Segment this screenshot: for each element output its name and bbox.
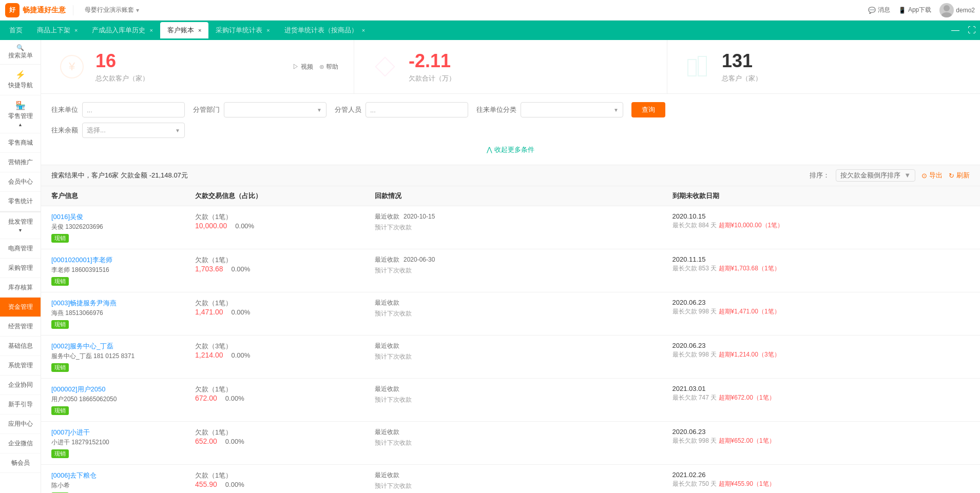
debt-amount-6: 652.00 <box>195 437 217 445</box>
sort-label: 排序： <box>810 171 830 180</box>
sidebar-item-purchase-mgmt[interactable]: 采购管理 <box>0 259 41 278</box>
debt-ratio-1: 0.00% <box>235 222 254 230</box>
table-header: 客户信息 欠款交易信息（占比） 回款情况 到期未收款日期 <box>41 186 980 206</box>
export-label: 导出 <box>929 171 943 180</box>
overdue-link-6[interactable]: 超期¥652.00（1笔） <box>719 437 775 444</box>
svg-rect-6 <box>698 56 706 76</box>
sidebar-item-member-plus[interactable]: 畅会员 <box>0 453 41 473</box>
sidebar-search[interactable]: 🔍 搜索菜单 <box>0 40 41 65</box>
overdue-link-3[interactable]: 超期¥1,471.00（1笔） <box>719 308 780 315</box>
customer-tag-5: 现销 <box>51 406 69 415</box>
sidebar-item-basic-info[interactable]: 基础信息 <box>0 337 41 356</box>
filter-manager: 分管人员 ... <box>335 102 468 117</box>
refresh-button[interactable]: ↻ 刷新 <box>949 171 970 180</box>
video-btn[interactable]: ▷ 视频 <box>293 63 313 71</box>
last-payment-1: 最近收款2020-10-15 <box>375 212 672 221</box>
tab-product-history[interactable]: 产成品入库单历史 × <box>85 22 160 38</box>
customer-name-4[interactable]: [0002]服务中心_丁磊 <box>51 342 195 351</box>
overdue-days-7: 最长欠款 750 天 超期¥455.90（1笔） <box>672 480 970 488</box>
sidebar-item-enterprise-wechat[interactable]: 企业微信 <box>0 434 41 453</box>
company-name: 母婴行业演示账套 <box>85 6 134 14</box>
sidebar-item-ecom-mgmt[interactable]: 电商管理 <box>0 239 41 259</box>
table-row: [000002]用户2050 用户2050 18665062050 现销 欠款（… <box>41 379 980 422</box>
tab-product-off-close[interactable]: × <box>74 27 78 33</box>
sidebar-item-new-guide[interactable]: 新手引导 <box>0 395 41 415</box>
customer-name-3[interactable]: [0003]畅捷服务尹海燕 <box>51 299 195 308</box>
debt-ratio-6: 0.00% <box>225 438 244 445</box>
tab-purchase-stat-close[interactable]: × <box>362 27 365 33</box>
customer-name-5[interactable]: [000002]用户2050 <box>51 385 195 394</box>
export-button[interactable]: ⊙ 导出 <box>921 171 943 180</box>
company-selector[interactable]: 母婴行业演示账套 ▾ <box>81 4 143 16</box>
tab-customer-account-label: 客户账本 <box>167 26 194 35</box>
table-row: [0002]服务中心_丁磊 服务中心_丁磊 181 0125 8371 现销 欠… <box>41 336 980 379</box>
main-layout: 🔍 搜索菜单 ⚡ 快捷导航 🏪 零售管理 ▲ 零售商城 营销推广 会员中心 零售… <box>0 40 980 493</box>
manager-input[interactable]: ... <box>366 102 468 117</box>
customer-info-2: [0001020001]李老师 李老师 18600391516 现销 <box>51 255 195 286</box>
customer-tag-1: 现销 <box>51 234 69 243</box>
balance-select[interactable]: 选择... ▼ <box>82 123 185 138</box>
overdue-link-2[interactable]: 超期¥1,703.68（1笔） <box>719 265 780 272</box>
tab-customer-account-close[interactable]: × <box>198 27 201 33</box>
sidebar-item-finance-mgmt[interactable]: 资金管理 <box>0 298 41 317</box>
tab-purchase-stat[interactable]: 进货单统计表（按商品） × <box>277 22 372 38</box>
message-btn[interactable]: 💬 消息 <box>868 6 890 14</box>
refresh-icon: ↻ <box>949 172 954 180</box>
customer-name-6[interactable]: [0007]小进干 <box>51 428 195 437</box>
debt-count-6: 欠款（1笔） <box>195 428 375 437</box>
debt-row-3: 1,471.00 0.00% <box>195 308 375 316</box>
sort-select[interactable]: 按欠款金额倒序排序 ▼ <box>836 169 916 182</box>
svg-point-1 <box>941 12 952 17</box>
sidebar-item-marketing[interactable]: 营销推广 <box>0 153 41 172</box>
debt-row-4: 1,214.00 0.00% <box>195 351 375 359</box>
sidebar-item-retail-shop[interactable]: 零售商城 <box>0 133 41 153</box>
stat-label-debt-amount: 欠款合计（万） <box>409 74 455 83</box>
tab-purchase-order-close[interactable]: × <box>266 27 270 33</box>
sidebar-item-enterprise-collab[interactable]: 企业协同 <box>0 376 41 395</box>
table-row: [0006]去下粮仓 陈小希 现销 欠款（1笔） 455.90 0.00% 最近… <box>41 465 980 493</box>
debt-row-1: 10,000.00 0.00% <box>195 222 375 230</box>
due-date-info-4: 2020.06.23 最长欠款 998 天 超期¥1,214.00（3笔） <box>672 342 970 359</box>
sidebar-item-member-center[interactable]: 会员中心 <box>0 172 41 192</box>
overdue-link-7[interactable]: 超期¥455.90（1笔） <box>719 480 775 487</box>
sidebar-item-app-center[interactable]: 应用中心 <box>0 415 41 434</box>
sidebar-item-retail-stat[interactable]: 零售统计 <box>0 192 41 211</box>
overdue-link-1[interactable]: 超期¥10,000.00（1笔） <box>719 222 784 229</box>
due-date-info-5: 2021.03.01 最长欠款 747 天 超期¥672.00（1笔） <box>672 385 970 402</box>
collapse-button[interactable]: ⋀ 收起更多条件 <box>51 143 970 156</box>
due-date-info-6: 2020.06.23 最长欠款 998 天 超期¥652.00（1笔） <box>672 428 970 445</box>
sidebar-item-quick-nav[interactable]: ⚡ 快捷导航 <box>0 65 41 95</box>
customer-name-2[interactable]: [0001020001]李老师 <box>51 255 195 265</box>
table-area: 客户信息 欠款交易信息（占比） 回款情况 到期未收款日期 [0016]吴俊 吴俊… <box>41 186 980 493</box>
sidebar-item-batch-mgmt[interactable]: 批发管理 ▼ <box>0 211 41 239</box>
help-btn[interactable]: ⊙ 帮助 <box>319 63 338 71</box>
user-area[interactable]: demo2 <box>939 3 975 17</box>
tab-customer-account[interactable]: 客户账本 × <box>160 22 208 38</box>
due-date-7: 2021.02.26 <box>672 471 970 479</box>
filter-unit-category-label: 往来单位分类 <box>476 105 516 114</box>
tab-product-off[interactable]: 商品上下架 × <box>30 22 85 38</box>
sidebar-item-system-mgmt[interactable]: 系统管理 <box>0 356 41 376</box>
customer-name-1[interactable]: [0016]吴俊 <box>51 212 195 222</box>
overdue-link-5[interactable]: 超期¥672.00（1笔） <box>719 394 775 401</box>
sidebar-item-inventory[interactable]: 库存核算 <box>0 278 41 298</box>
sidebar-item-operations-mgmt[interactable]: 经营管理 <box>0 317 41 337</box>
customer-name-7[interactable]: [0006]去下粮仓 <box>51 471 195 480</box>
new-guide-label: 新手引导 <box>2 400 39 409</box>
unit-category-select[interactable]: ▼ <box>521 102 623 117</box>
tab-purchase-order[interactable]: 采购订单统计表 × <box>208 22 277 38</box>
tab-bar-minimize[interactable]: — <box>949 24 962 37</box>
debt-ratio-2: 0.00% <box>232 265 251 273</box>
sidebar-item-retail-mgmt[interactable]: 🏪 零售管理 ▲ <box>0 95 41 133</box>
debt-count-5: 欠款（1笔） <box>195 385 375 394</box>
overdue-link-4[interactable]: 超期¥1,214.00（3笔） <box>719 351 780 358</box>
tab-home[interactable]: 首页 <box>2 22 30 38</box>
inventory-label: 库存核算 <box>2 283 39 292</box>
tab-product-history-close[interactable]: × <box>149 27 152 33</box>
debt-amount-4: 1,214.00 <box>195 351 223 359</box>
from-unit-input[interactable]: ... <box>82 102 185 117</box>
dept-select[interactable]: ▼ <box>224 102 326 117</box>
tab-bar-maximize[interactable]: ⛶ <box>966 24 978 37</box>
app-download-btn[interactable]: 📱 App下载 <box>898 6 931 14</box>
search-button[interactable]: 查询 <box>631 102 665 117</box>
